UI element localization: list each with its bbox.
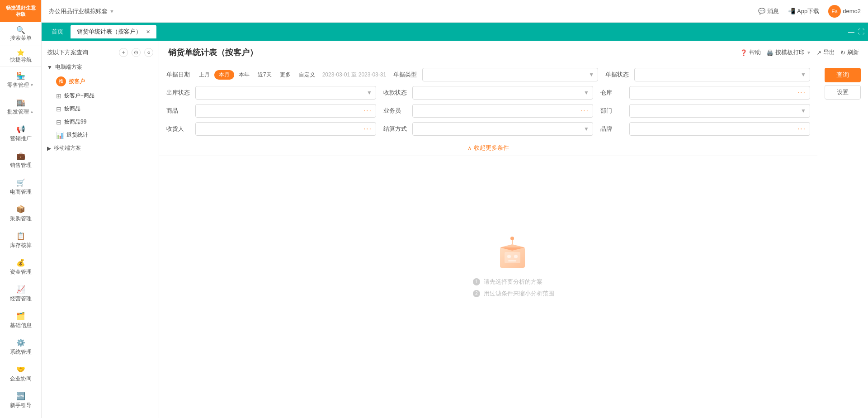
pay-label: 收款状态 bbox=[383, 89, 409, 97]
goods-input[interactable]: ··· bbox=[195, 104, 376, 118]
sidebar-item-cooperation[interactable]: 🤝 企业协同 bbox=[0, 361, 41, 387]
scheme-icon-customer-goods: ⊞ bbox=[56, 92, 61, 100]
salesman-label: 业务员 bbox=[383, 107, 409, 115]
dept-chevron-icon: ▼ bbox=[801, 108, 806, 114]
query-button[interactable]: 查询 bbox=[825, 68, 861, 82]
sidebar-item-sales[interactable]: 💼 销售管理 bbox=[0, 147, 41, 174]
left-sidebar: 畅捷通好生意 标版 🔍 搜索菜单 ⭐ 快捷导航 🏪 零售管理 ▼ 🏬 批发管理 … bbox=[0, 0, 42, 418]
refresh-button[interactable]: ↻ 刷新 bbox=[840, 48, 859, 57]
tip-num-2: 2 bbox=[473, 290, 480, 297]
settings-scheme-button[interactable]: ⊙ bbox=[132, 48, 141, 57]
collapse-button[interactable]: ∧ 收起更多条件 bbox=[166, 140, 810, 156]
svg-marker-1 bbox=[500, 244, 525, 247]
sidebar-item-apps[interactable]: 📱 应用中心 bbox=[0, 414, 41, 418]
desktop-category[interactable]: ▼ 电脑端方案 bbox=[42, 61, 159, 74]
settle-input[interactable]: ▼ bbox=[412, 122, 593, 136]
collapse-scheme-button[interactable]: « bbox=[144, 48, 153, 57]
sidebar-item-finance[interactable]: 💰 资金管理 bbox=[0, 254, 41, 280]
date-btn-this-year[interactable]: 本年 bbox=[235, 70, 253, 80]
scheme-label-returns: 退货统计 bbox=[66, 131, 88, 139]
message-button[interactable]: 💬 消息 bbox=[758, 7, 779, 15]
scheme-panel-header: 按以下方案查询 + ⊙ « bbox=[42, 45, 159, 61]
tab-home[interactable]: 首页 bbox=[45, 25, 70, 38]
cooperation-icon: 🤝 bbox=[16, 365, 25, 374]
pay-input[interactable]: ▼ bbox=[412, 86, 593, 100]
dept-input[interactable]: ▼ bbox=[629, 104, 810, 118]
tab-close-icon[interactable]: ✕ bbox=[146, 29, 150, 35]
scheme-label-goods99: 按商品99 bbox=[64, 118, 86, 126]
date-picker[interactable]: 上月 本月 本年 近7天 更多 自定义 2023-03-01 至 2023-03… bbox=[195, 70, 386, 80]
topbar: 办公用品行业模拟账套 ▼ 💬 消息 📲 App下载 Ea demo2 bbox=[42, 0, 868, 23]
scheme-item-goods99[interactable]: ⊟ 按商品99 bbox=[42, 115, 159, 128]
dept-label: 部门 bbox=[600, 107, 626, 115]
export-icon: ↗ bbox=[816, 49, 821, 56]
export-button[interactable]: ↗ 导出 bbox=[816, 48, 835, 57]
sidebar-item-guide[interactable]: 🆕 新手引导 bbox=[0, 387, 41, 414]
warehouse-filter: 仓库 ··· bbox=[600, 86, 810, 100]
app-download-button[interactable]: 📲 App下载 bbox=[788, 7, 819, 15]
scheme-icon-returns: 📊 bbox=[56, 132, 64, 139]
account-dropdown[interactable]: 办公用品行业模拟账套 ▼ bbox=[49, 7, 114, 15]
scheme-item-customer-goods[interactable]: ⊞ 按客户+商品 bbox=[42, 89, 159, 102]
salesman-input[interactable]: ··· bbox=[412, 104, 593, 118]
warehouse-dots-icon: ··· bbox=[797, 89, 806, 97]
sales-icon: 💼 bbox=[16, 152, 25, 160]
desktop-category-label: 电脑端方案 bbox=[55, 63, 82, 71]
sidebar-item-marketing[interactable]: 📢 营销推广 bbox=[0, 120, 41, 147]
type-input[interactable]: ▼ bbox=[422, 68, 598, 81]
scheme-item-goods[interactable]: ⊟ 按商品 bbox=[42, 102, 159, 115]
sidebar-item-inventory[interactable]: 📋 库存核算 bbox=[0, 227, 41, 254]
out-input[interactable]: ▼ bbox=[195, 86, 376, 100]
user-profile[interactable]: Ea demo2 bbox=[828, 5, 861, 18]
expand-arrow-icon: ▼ bbox=[47, 64, 52, 71]
scheme-item-customer[interactable]: 按 按客户 bbox=[42, 74, 159, 89]
tab-sales-report[interactable]: 销货单统计表（按客户） ✕ bbox=[71, 25, 156, 38]
sidebar-item-basics[interactable]: 🗂️ 基础信息 bbox=[0, 307, 41, 334]
type-label: 单据类型 bbox=[393, 71, 419, 79]
basics-icon: 🗂️ bbox=[16, 312, 25, 320]
svg-point-5 bbox=[514, 255, 518, 258]
mobile-category-label: 移动端方案 bbox=[54, 144, 81, 152]
page-actions: ❓ 帮助 🖨️ 按模板打印 ▼ ↗ 导出 ↻ 刷新 bbox=[740, 48, 859, 57]
content-area: 按以下方案查询 + ⊙ « ▼ 电脑端方案 按 按客户 ⊞ 按客户+商品 bbox=[42, 41, 868, 418]
svg-point-4 bbox=[507, 255, 511, 258]
add-scheme-button[interactable]: + bbox=[119, 48, 128, 57]
wholesale-icon: 🏬 bbox=[16, 98, 25, 107]
tab-minimize-icon[interactable]: — bbox=[848, 28, 854, 35]
sidebar-item-system[interactable]: ⚙️ 系统管理 bbox=[0, 334, 41, 361]
mobile-category[interactable]: ▶ 移动端方案 bbox=[42, 142, 159, 155]
date-btn-last-month[interactable]: 上月 bbox=[195, 70, 213, 80]
filter-row-2: 出库状态 ▼ 收款状态 ▼ bbox=[166, 86, 810, 100]
sidebar-item-management[interactable]: 📈 经营管理 bbox=[0, 280, 41, 307]
status-chevron-icon: ▼ bbox=[801, 71, 806, 78]
scheme-tools: + ⊙ « bbox=[119, 48, 153, 57]
status-input[interactable]: ▼ bbox=[634, 68, 810, 81]
sidebar-item-retail[interactable]: 🏪 零售管理 ▼ bbox=[0, 67, 41, 94]
status-label: 单据状态 bbox=[605, 71, 631, 79]
help-button[interactable]: ❓ 帮助 bbox=[740, 48, 761, 57]
tab-maximize-icon[interactable]: ⛶ bbox=[858, 28, 864, 35]
sidebar-item-wholesale[interactable]: 🏬 批发管理 ▲ bbox=[0, 94, 41, 120]
date-btn-custom[interactable]: 自定义 bbox=[295, 70, 319, 80]
scheme-label-customer-goods: 按客户+商品 bbox=[64, 92, 94, 100]
date-btn-this-month[interactable]: 本月 bbox=[214, 70, 234, 80]
sidebar-item-ecommerce[interactable]: 🛒 电商管理 bbox=[0, 174, 41, 200]
receiver-input[interactable]: ··· bbox=[195, 122, 376, 136]
date-btn-7days[interactable]: 近7天 bbox=[254, 70, 275, 80]
warehouse-label: 仓库 bbox=[600, 89, 626, 97]
finance-icon: 💰 bbox=[16, 258, 25, 267]
date-btn-more[interactable]: 更多 bbox=[276, 70, 294, 80]
setting-button[interactable]: 设置 bbox=[825, 85, 861, 100]
brand-input[interactable]: ··· bbox=[629, 122, 810, 136]
download-icon: 📲 bbox=[788, 8, 795, 14]
scheme-item-returns[interactable]: 📊 退货统计 bbox=[42, 128, 159, 142]
search-menu[interactable]: 🔍 搜索菜单 bbox=[0, 22, 41, 46]
date-quick-buttons: 上月 本月 本年 近7天 更多 自定义 bbox=[195, 70, 319, 80]
tabbar: 首页 销货单统计表（按客户） ✕ — ⛶ bbox=[42, 23, 868, 41]
sidebar-item-purchase[interactable]: 📦 采购管理 bbox=[0, 200, 41, 227]
quick-nav[interactable]: ⭐ 快捷导航 bbox=[0, 46, 41, 67]
warehouse-input[interactable]: ··· bbox=[629, 86, 810, 100]
print-button[interactable]: 🖨️ 按模板打印 ▼ bbox=[766, 48, 811, 57]
management-icon: 📈 bbox=[16, 285, 25, 294]
account-name: 办公用品行业模拟账套 bbox=[49, 7, 108, 15]
